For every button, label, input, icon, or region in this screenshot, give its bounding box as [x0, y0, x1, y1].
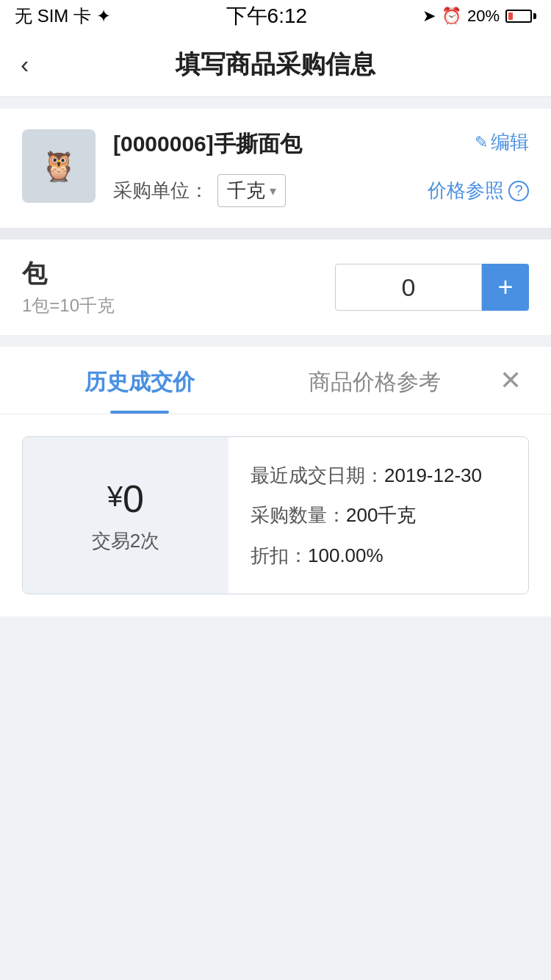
quantity-unit-main: 包 [22, 257, 115, 291]
chevron-down-icon: ▾ [270, 183, 276, 199]
quantity-input-area: + [335, 264, 529, 311]
status-right: ➤ ⏰ 20% [422, 7, 536, 26]
recent-date-row: 最近成交日期：2019-12-30 [251, 462, 506, 489]
edit-icon: ✎ [475, 133, 488, 152]
page-title: 填写商品采购信息 [176, 48, 375, 82]
product-logo-icon: 🦉 [40, 149, 77, 184]
price-number: 0 [123, 478, 144, 520]
price-ref-label: 价格参照 [428, 178, 504, 203]
battery-icon [505, 10, 536, 23]
plus-icon: + [497, 272, 513, 303]
recent-date-value: 2019-12-30 [384, 464, 482, 486]
tab-history-price[interactable]: 历史成交价 [22, 347, 257, 414]
unit-area: 采购单位： 千克 ▾ [113, 174, 286, 207]
quantity-row: 包 1包=10千克 + [0, 239, 551, 335]
edit-button[interactable]: ✎ 编辑 [475, 129, 529, 155]
alarm-icon: ⏰ [442, 7, 461, 26]
close-icon: ✕ [500, 365, 522, 396]
product-header: [0000006]手撕面包 ✎ 编辑 [113, 129, 529, 159]
tabs-section: 历史成交价 商品价格参考 ✕ ¥0 交易2次 最近成交日期：2019-12-30… [0, 347, 551, 616]
quantity-input[interactable] [335, 264, 482, 311]
quantity-label-area: 包 1包=10千克 [22, 257, 115, 317]
recent-date-label: 最近成交日期： [251, 464, 384, 486]
battery-pct: 20% [467, 7, 500, 26]
tabs-header: 历史成交价 商品价格参考 ✕ [0, 347, 551, 414]
edit-label: 编辑 [491, 129, 529, 155]
product-thumbnail: 🦉 [22, 129, 96, 203]
unit-select[interactable]: 千克 ▾ [217, 174, 286, 207]
discount-row: 折扣：100.00% [251, 542, 506, 569]
purchase-qty-row: 采购数量：200千克 [251, 502, 506, 528]
history-price-content: ¥0 交易2次 最近成交日期：2019-12-30 采购数量：200千克 折扣：… [0, 414, 551, 616]
trade-count: 交易2次 [92, 528, 159, 554]
section-divider [0, 228, 551, 239]
status-left: 无 SIM 卡 ✦ [15, 4, 111, 28]
price-card-right: 最近成交日期：2019-12-30 采购数量：200千克 折扣：100.00% [228, 437, 528, 594]
close-tab-button[interactable]: ✕ [492, 362, 529, 399]
status-bar: 无 SIM 卡 ✦ 下午6:12 ➤ ⏰ 20% [0, 0, 551, 32]
discount-label: 折扣： [251, 544, 308, 566]
discount-value: 100.00% [308, 544, 383, 566]
quantity-plus-button[interactable]: + [482, 264, 529, 311]
status-time: 下午6:12 [226, 2, 308, 30]
purchase-qty-label: 采购数量： [251, 504, 346, 526]
product-name: [0000006]手撕面包 [113, 129, 302, 159]
product-info: [0000006]手撕面包 ✎ 编辑 采购单位： 千克 ▾ 价格参照 ? [113, 129, 529, 207]
price-card-left: ¥0 交易2次 [23, 437, 228, 594]
product-unit-row: 采购单位： 千克 ▾ 价格参照 ? [113, 174, 529, 207]
quantity-unit-sub: 1包=10千克 [22, 294, 115, 317]
yen-symbol: ¥ [107, 481, 123, 512]
price-main: ¥0 [107, 477, 144, 521]
location-icon: ➤ [422, 7, 436, 26]
sim-status: 无 SIM 卡 ✦ [15, 4, 111, 28]
product-card: 🦉 [0000006]手撕面包 ✎ 编辑 采购单位： 千克 ▾ 价格参照 ? [0, 109, 551, 228]
back-button[interactable]: ‹ [21, 50, 29, 79]
unit-label: 采购单位： [113, 179, 209, 201]
nav-bar: ‹ 填写商品采购信息 [0, 32, 551, 97]
purchase-qty-value: 200千克 [346, 504, 416, 526]
info-icon: ? [508, 181, 529, 201]
price-card: ¥0 交易2次 最近成交日期：2019-12-30 采购数量：200千克 折扣：… [22, 436, 529, 594]
price-ref-button[interactable]: 价格参照 ? [428, 178, 529, 203]
tab-price-ref[interactable]: 商品价格参考 [257, 347, 492, 414]
unit-value: 千克 [227, 178, 265, 203]
